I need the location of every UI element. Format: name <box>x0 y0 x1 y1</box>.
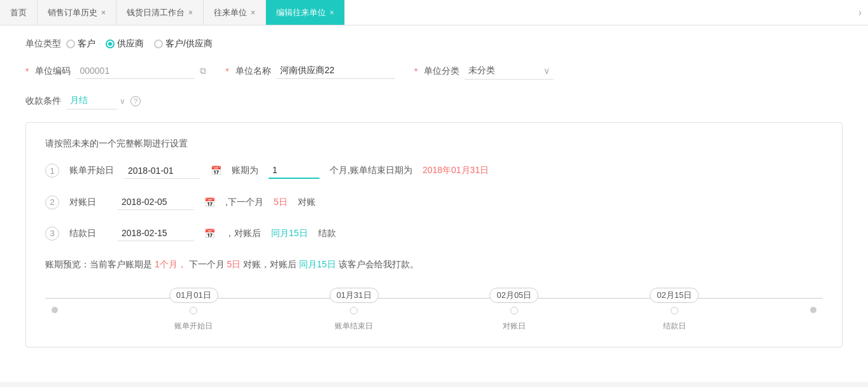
timeline-label-1: 账单开始日 <box>174 321 213 332</box>
radio-customer-circle <box>66 39 75 48</box>
unit-category-label: 单位分类 <box>424 66 459 77</box>
payment-terms-arrow: ∨ <box>120 97 125 106</box>
timeline-left-end <box>52 307 58 313</box>
payment-terms-row: 收款条件 月结 ∨ ? <box>25 92 843 109</box>
step-1-period-input[interactable] <box>269 162 319 179</box>
unit-code-group: * 单位编码 ⧉ <box>25 63 206 79</box>
step-2-cal-icon[interactable]: 📅 <box>204 197 215 208</box>
timeline-dot-2 <box>350 307 358 314</box>
radio-supplier-label: 供应商 <box>117 38 144 50</box>
timeline-badge-2: 01月31日 <box>330 288 379 303</box>
unit-name-star: * <box>225 66 228 76</box>
timeline-point-1: 01月01日 账单开始日 <box>169 288 218 332</box>
step-1-row: 1 账单开始日 📅 账期为 个月,账单结束日期为 2018年01月31日 <box>45 162 823 179</box>
tabs-bar: 首页 销售订单历史 × 钱货日清工作台 × 往来单位 × 编辑往来单位 × › <box>0 0 868 25</box>
timeline-dot-4 <box>671 307 678 314</box>
preview-reconcile-post: 对账，对账后 <box>243 259 297 269</box>
tab-counterparty-label: 往来单位 <box>214 7 247 18</box>
tab-cash-reconcile[interactable]: 钱货日清工作台 × <box>116 0 204 25</box>
preview-reconcile-num: 5日 <box>227 259 241 269</box>
unit-info-row: * 单位编码 ⧉ * 单位名称 * 单位分类 未分类 ∨ <box>25 62 843 80</box>
tab-edit-counterparty[interactable]: 编辑往来单位 × <box>266 0 345 25</box>
payment-terms-label: 收款条件 <box>25 95 61 107</box>
tabs-chevron-right[interactable]: › <box>852 0 868 25</box>
timeline-point-2: 01月31日 账单结束日 <box>330 288 379 332</box>
radio-customer-label: 客户 <box>78 38 95 50</box>
step-3-suffix-num: 同月15日 <box>271 228 308 239</box>
timeline-label-4: 结款日 <box>663 321 686 332</box>
payment-terms-value: 月结 <box>66 92 117 109</box>
payment-terms-select[interactable]: 月结 ∨ <box>66 92 125 109</box>
timeline: 01月01日 账单开始日 01月31日 账单结束日 02月05日 对账日 <box>45 288 823 332</box>
step-2-suffix-pre: ,下一个月 <box>225 197 263 208</box>
step-1-period-unit: 个月,账单结束日期为 <box>330 165 412 176</box>
settings-panel: 请按照未来的一个完整帐期进行设置 1 账单开始日 📅 账期为 个月,账单结束日期… <box>25 122 843 348</box>
tab-cash-close[interactable]: × <box>188 8 193 17</box>
radio-both-circle <box>154 39 163 48</box>
step-1-period-end: 2018年01月31日 <box>423 165 489 176</box>
step-3-suffix-post: 结款 <box>318 228 336 239</box>
unit-code-label: 单位编码 <box>35 66 71 77</box>
tab-cash-label: 钱货日清工作台 <box>127 7 185 18</box>
main-content: 单位类型 客户 供应商 客户/供应商 * 单位编码 <box>0 25 868 382</box>
step-1-cal-icon[interactable]: 📅 <box>211 165 221 176</box>
preview-prefix: 账期预览：当前客户账期是 <box>45 259 152 269</box>
step-3-suffix-pre: ，对账后 <box>225 228 261 239</box>
unit-type-label: 单位类型 <box>25 38 61 50</box>
unit-category-group: * 单位分类 未分类 ∨ <box>414 62 554 80</box>
unit-name-group: * 单位名称 <box>225 63 395 79</box>
tab-counterparty[interactable]: 往来单位 × <box>204 0 266 25</box>
step-2-row: 2 对账日 📅 ,下一个月 5日 对账 <box>45 194 823 210</box>
timeline-label-2: 账单结束日 <box>335 321 373 332</box>
timeline-dot-1 <box>190 307 197 314</box>
unit-type-row: 单位类型 客户 供应商 客户/供应商 <box>25 38 843 50</box>
unit-category-star: * <box>414 66 417 76</box>
preview-text: 账期预览：当前客户账期是 1个月， 下一个月 5日 对账，对账后 同月15日 该… <box>45 257 823 272</box>
tab-home[interactable]: 首页 <box>0 0 38 25</box>
radio-both-label: 客户/供应商 <box>165 38 213 50</box>
step-2-date-input[interactable] <box>118 194 194 210</box>
radio-group: 客户 供应商 客户/供应商 <box>66 38 213 50</box>
step-2-suffix-post: 对账 <box>298 197 316 208</box>
step-2-suffix-num: 5日 <box>274 197 288 208</box>
step-1-num: 1 <box>45 164 59 178</box>
radio-customer[interactable]: 客户 <box>66 38 95 50</box>
step-3-date-input[interactable] <box>118 225 194 241</box>
step-2-label: 对账日 <box>69 197 108 208</box>
timeline-right-end <box>810 307 816 313</box>
tab-sales-history[interactable]: 销售订单历史 × <box>38 0 116 25</box>
tab-edit-label: 编辑往来单位 <box>276 7 326 18</box>
step-1-date-input[interactable] <box>124 163 200 179</box>
tab-edit-close[interactable]: × <box>330 8 334 17</box>
step-1-label: 账单开始日 <box>69 165 114 176</box>
preview-payment-post: 该客户会给我打款。 <box>339 259 419 269</box>
timeline-badge-1: 01月01日 <box>169 288 218 303</box>
unit-code-star: * <box>25 66 29 76</box>
tab-sales-close[interactable]: × <box>101 8 106 17</box>
preview-payment-num: 同月15日 <box>299 259 336 269</box>
step-1-period-label: 账期为 <box>232 165 258 176</box>
tab-counterparty-close[interactable]: × <box>251 8 255 17</box>
step-2-num: 2 <box>45 195 59 209</box>
payment-terms-group: 收款条件 月结 ∨ ? <box>25 92 141 109</box>
help-icon[interactable]: ? <box>130 96 141 106</box>
preview-period: 1个月， <box>155 259 186 269</box>
step-3-num: 3 <box>45 227 59 241</box>
copy-icon[interactable]: ⧉ <box>200 66 206 76</box>
timeline-point-4: 02月15日 结款日 <box>650 288 699 332</box>
category-chevron-down: ∨ <box>543 66 550 76</box>
step-3-cal-icon[interactable]: 📅 <box>204 229 215 239</box>
unit-name-input[interactable] <box>276 63 395 79</box>
timeline-point-3: 02月05日 对账日 <box>489 288 538 332</box>
unit-code-input[interactable] <box>76 63 195 79</box>
step-3-label: 结款日 <box>69 228 108 239</box>
tab-sales-label: 销售订单历史 <box>48 7 97 18</box>
timeline-badge-4: 02月15日 <box>650 288 699 303</box>
unit-category-value: 未分类 <box>468 65 495 76</box>
unit-category-select[interactable]: 未分类 ∨ <box>465 62 554 80</box>
unit-type-group: 单位类型 客户 供应商 客户/供应商 <box>25 38 213 50</box>
radio-both[interactable]: 客户/供应商 <box>154 38 213 50</box>
radio-supplier[interactable]: 供应商 <box>106 38 144 50</box>
tab-home-label: 首页 <box>10 7 27 18</box>
timeline-points: 01月01日 账单开始日 01月31日 账单结束日 02月05日 对账日 <box>52 288 816 332</box>
